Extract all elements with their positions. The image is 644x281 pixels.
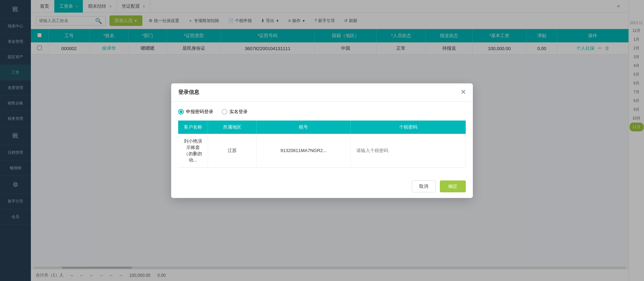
dialog-client-taxno: 91320811MA7NGR2... [256, 134, 350, 168]
dialog-title: 登录信息 [178, 89, 199, 96]
radio-group: 申报密码登录 实名登录 [178, 109, 466, 115]
dialog-col-taxno: 税号 [256, 121, 350, 134]
dialog-password-input[interactable] [356, 148, 460, 153]
dialog-password-input-cell[interactable] [351, 134, 466, 168]
dialog-close-button[interactable]: ✕ [461, 89, 466, 95]
radio-password-login[interactable]: 申报密码登录 [178, 109, 213, 115]
dialog-overlay: 登录信息 ✕ 申报密码登录 实名登录 客户名称 [0, 0, 644, 281]
dialog-footer: 取消 确定 [171, 175, 473, 198]
dialog-body: 申报密码登录 实名登录 客户名称 所属地区 税号 个税密码 [171, 102, 473, 175]
dialog-col-name: 客户名称 [178, 121, 208, 134]
radio-realname-login[interactable]: 实名登录 [222, 109, 248, 115]
dialog-col-password: 个税密码 [351, 121, 466, 134]
dialog-col-region: 所属地区 [208, 121, 257, 134]
login-dialog: 登录信息 ✕ 申报密码登录 实名登录 客户名称 [171, 83, 473, 198]
dialog-client-region: 江苏 [208, 134, 257, 168]
cancel-button[interactable]: 取消 [412, 180, 436, 192]
confirm-button[interactable]: 确定 [440, 180, 466, 192]
dialog-client-table: 客户名称 所属地区 税号 个税密码 刘小艳演示账套（勿删勿动... 江苏 913… [178, 121, 466, 168]
radio-password-circle [178, 109, 184, 115]
dialog-header: 登录信息 ✕ [171, 83, 473, 102]
radio-realname-circle [222, 109, 227, 115]
dialog-table-row: 刘小艳演示账套（勿删勿动... 江苏 91320811MA7NGR2... [178, 134, 466, 168]
dialog-client-name: 刘小艳演示账套（勿删勿动... [178, 134, 208, 168]
